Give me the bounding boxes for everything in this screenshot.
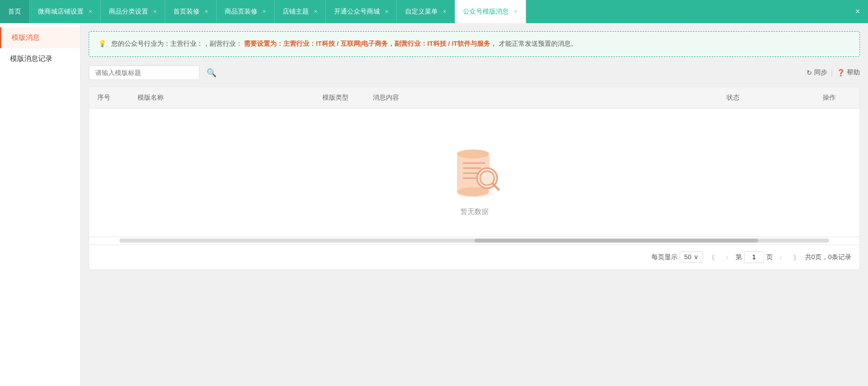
nav-tab-home-label: 首页	[8, 7, 21, 16]
svg-point-2	[457, 149, 489, 159]
page-unit-label: 页	[766, 253, 773, 262]
divider: |	[831, 69, 833, 76]
scrollbar-thumb[interactable]	[475, 239, 759, 243]
close-shop-theme-icon[interactable]: ×	[314, 8, 317, 15]
nav-tab-wechat-shop[interactable]: 微商城店铺设置 ×	[30, 0, 101, 23]
help-icon: ❓	[837, 69, 845, 76]
page-size-select: 每页显示 50 ∨	[651, 251, 703, 263]
search-right: ↻ 同步 | ❓ 帮助	[807, 68, 860, 77]
search-bar: 🔍 ↻ 同步 | ❓ 帮助	[89, 65, 860, 81]
sidebar-item-template-msg-log-label: 模版消息记录	[10, 54, 52, 62]
close-custom-menu-icon[interactable]: ×	[443, 8, 446, 15]
close-homepage-decor-icon[interactable]: ×	[205, 8, 208, 15]
nav-tab-homepage-decor[interactable]: 首页装修 ×	[165, 0, 217, 23]
search-icon: 🔍	[207, 68, 217, 77]
notice-suffix: 才能正常发送预置的消息。	[499, 40, 577, 47]
data-table: 序号 模版名称 模版类型 消息内容 状态 操作	[89, 87, 860, 270]
first-page-button[interactable]: ⟪	[707, 251, 719, 263]
next-page-button[interactable]: ›	[775, 251, 787, 263]
per-page-label: 每页显示	[651, 253, 678, 262]
th-action: 操作	[799, 87, 859, 108]
th-type: 模版类型	[314, 87, 365, 108]
sync-icon: ↻	[807, 69, 812, 76]
close-product-decor-icon[interactable]: ×	[262, 8, 266, 15]
sidebar-item-template-msg[interactable]: 模版消息	[0, 27, 80, 48]
nav-tab-wechat-shop-label: 微商城店铺设置	[38, 7, 84, 16]
nav-tab-shop-theme-label: 店铺主题	[283, 7, 309, 16]
th-status: 状态	[718, 87, 799, 108]
close-open-mall-icon[interactable]: ×	[385, 8, 388, 15]
th-seq: 序号	[89, 87, 129, 108]
th-content: 消息内容	[365, 87, 718, 108]
bulb-icon: 💡	[98, 40, 106, 47]
nav-tab-product-category[interactable]: 商品分类设置 ×	[101, 0, 165, 23]
empty-state: 暂无数据	[89, 109, 859, 237]
sync-label: 同步	[814, 68, 827, 77]
prev-page-button[interactable]: ‹	[721, 251, 733, 263]
table-scrollbar[interactable]	[89, 237, 859, 245]
nav-tab-custom-menu-label: 自定义菜单	[405, 7, 438, 16]
search-left: 🔍	[89, 65, 220, 81]
search-button[interactable]: 🔍	[204, 65, 220, 81]
nav-tab-product-category-label: 商品分类设置	[109, 7, 148, 16]
total-info: 共0页，0条记录	[805, 253, 851, 262]
page-size-dropdown[interactable]: 50 ∨	[680, 251, 703, 263]
help-label: 帮助	[847, 68, 860, 77]
close-all-tabs-button[interactable]: ×	[847, 0, 868, 23]
scrollbar-track	[119, 239, 829, 243]
sidebar-item-template-msg-log[interactable]: 模版消息记录	[0, 48, 80, 69]
nav-tab-template-msg[interactable]: 公众号模版消息 ×	[455, 0, 526, 23]
sidebar-item-template-msg-label: 模版消息	[12, 33, 40, 41]
empty-illustration	[444, 139, 505, 199]
last-page-button[interactable]: ⟫	[789, 251, 801, 263]
notice-box: 💡 您的公众号行业为：主营行业：，副营行业： 需要设置为：主营行业：IT科技 /…	[89, 31, 860, 57]
notice-prefix: 您的公众号行业为：主营行业：，副营行业：	[111, 40, 242, 47]
close-wechat-shop-icon[interactable]: ×	[89, 8, 92, 15]
close-template-msg-icon[interactable]: ×	[514, 8, 517, 15]
nav-tab-template-msg-label: 公众号模版消息	[463, 7, 509, 16]
notice-highlight: 需要设置为：主营行业：IT科技 / 互联网|电子商务，副营行业：IT科技 / I…	[244, 40, 497, 47]
nav-tab-product-decor[interactable]: 商品页装修 ×	[217, 0, 275, 23]
svg-point-11	[483, 174, 486, 177]
pagination: 每页显示 50 ∨ ⟪ ‹ 第 页 › ⟫ 共0页，0条记录	[89, 245, 859, 269]
content-area: 💡 您的公众号行业为：主营行业：，副营行业： 需要设置为：主营行业：IT科技 /…	[81, 23, 868, 386]
current-page-input[interactable]	[744, 251, 764, 263]
empty-text: 暂无数据	[460, 207, 489, 216]
chevron-down-icon: ∨	[694, 253, 699, 261]
nav-tab-product-decor-label: 商品页装修	[225, 7, 257, 16]
search-input[interactable]	[89, 65, 199, 80]
th-name: 模版名称	[129, 87, 314, 108]
nav-tab-home[interactable]: 首页	[0, 0, 30, 23]
page-size-value: 50	[684, 253, 691, 261]
nav-tab-custom-menu[interactable]: 自定义菜单 ×	[397, 0, 455, 23]
main-layout: 模版消息 模版消息记录 💡 您的公众号行业为：主营行业：，副营行业： 需要设置为…	[0, 23, 868, 386]
sync-button[interactable]: ↻ 同步	[807, 68, 827, 77]
nav-tab-shop-theme[interactable]: 店铺主题 ×	[275, 0, 326, 23]
nav-tab-open-mall[interactable]: 开通公众号商城 ×	[326, 0, 397, 23]
page-nav: ⟪ ‹ 第 页 › ⟫	[707, 251, 801, 263]
top-nav: 首页 微商城店铺设置 × 商品分类设置 × 首页装修 × 商品页装修 × 店铺主…	[0, 0, 868, 23]
nav-tab-homepage-decor-label: 首页装修	[173, 7, 199, 16]
help-button[interactable]: ❓ 帮助	[837, 68, 860, 77]
close-product-category-icon[interactable]: ×	[153, 8, 157, 15]
nav-tab-open-mall-label: 开通公众号商城	[334, 7, 380, 16]
table-header: 序号 模版名称 模版类型 消息内容 状态 操作	[89, 87, 859, 109]
sidebar: 模版消息 模版消息记录	[0, 23, 81, 386]
page-prefix-label: 第	[736, 253, 742, 262]
